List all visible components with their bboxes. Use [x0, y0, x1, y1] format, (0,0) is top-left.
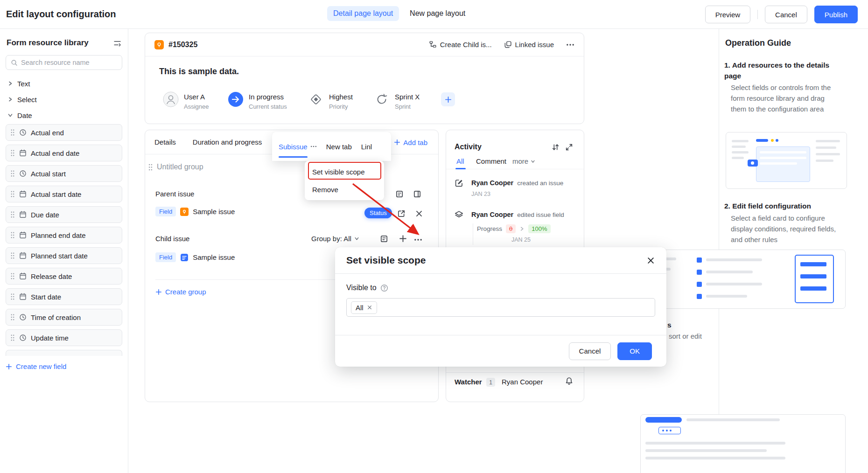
- scope-tag: All: [351, 301, 377, 314]
- watcher-name[interactable]: Ryan Cooper: [502, 378, 543, 386]
- child-issue-field-row[interactable]: Field Sample issue: [155, 252, 235, 262]
- drag-handle-icon[interactable]: [10, 252, 15, 259]
- drag-handle-icon[interactable]: [10, 170, 15, 177]
- tree-group-date[interactable]: Date: [6, 107, 122, 123]
- guide-section-3-body-fragment: sort or edit: [669, 332, 702, 340]
- old-value: 0: [506, 224, 516, 233]
- active-tab-underline: [455, 168, 466, 169]
- priority-field[interactable]: HighestPriority: [308, 91, 353, 110]
- tab-new-page-layout[interactable]: New page layout: [404, 6, 471, 21]
- modal-cancel-button[interactable]: Cancel: [569, 342, 611, 360]
- field-card[interactable]: Release date: [6, 268, 122, 285]
- field-card[interactable]: Due date: [6, 206, 122, 223]
- remove-tag-icon[interactable]: [367, 305, 372, 310]
- drag-handle-icon[interactable]: [10, 334, 15, 341]
- search-box[interactable]: [6, 55, 122, 70]
- field-card[interactable]: Start date: [6, 288, 122, 305]
- user-name[interactable]: Ryan Cooper: [471, 179, 513, 187]
- field-card[interactable]: Actual end date: [6, 145, 122, 161]
- help-icon[interactable]: [380, 284, 388, 292]
- assignee-field[interactable]: User AAssignee: [163, 91, 209, 110]
- drag-handle-icon[interactable]: [10, 129, 15, 136]
- avatar: [163, 91, 179, 107]
- field-card[interactable]: Actual start date: [6, 186, 122, 202]
- create-child-issue-button[interactable]: Create Child is...: [429, 41, 492, 49]
- status-pill[interactable]: Status: [364, 208, 392, 218]
- guide-illustration-2: [640, 250, 846, 309]
- issue-title: Sample issue: [193, 253, 235, 261]
- search-input[interactable]: [21, 59, 117, 66]
- issue-card-header: #150325 Create Child is... Linked issue: [145, 33, 584, 56]
- guide-section-1-heading: 1. Add resources to the details page: [724, 60, 845, 81]
- field-card[interactable]: Actual end: [6, 124, 122, 141]
- plus-icon: [155, 289, 162, 295]
- open-external-icon[interactable]: [397, 209, 406, 218]
- modal-ok-button[interactable]: OK: [617, 342, 652, 360]
- drag-handle-icon[interactable]: [10, 149, 15, 157]
- field-card[interactable]: Actual start: [6, 165, 122, 182]
- menu-item-set-visible-scope[interactable]: Set visible scope: [305, 163, 384, 181]
- drag-handle-icon[interactable]: [10, 211, 15, 218]
- field-card-partial[interactable]: [6, 350, 122, 356]
- group-by-dropdown[interactable]: Group by: All: [311, 235, 359, 243]
- add-tab-button[interactable]: Add tab: [394, 130, 427, 154]
- tab-more-icon[interactable]: [310, 143, 317, 150]
- create-group-button[interactable]: Create group: [155, 288, 206, 296]
- field-card[interactable]: Update time: [6, 329, 122, 346]
- field-card[interactable]: Time of creation: [6, 309, 122, 326]
- menu-item-remove[interactable]: Remove: [305, 181, 384, 198]
- parent-issue-field-row[interactable]: Field Sample issue: [155, 207, 235, 216]
- sprint-field[interactable]: Sprint XSprint: [374, 91, 420, 110]
- insert-template-icon[interactable]: [380, 235, 388, 243]
- field-card[interactable]: Planned end date: [6, 227, 122, 243]
- bell-icon[interactable]: [565, 376, 574, 385]
- changed-field-name: Progress: [477, 225, 502, 232]
- tab-more-dropdown[interactable]: more: [512, 157, 535, 165]
- activity-item: Ryan Cooper edited issue field: [471, 211, 564, 218]
- tree-group-select[interactable]: Select: [6, 91, 122, 107]
- clock-icon: [19, 170, 27, 177]
- tab-link[interactable]: Linl: [361, 143, 372, 151]
- modal-title: Set visible scope: [346, 255, 426, 266]
- more-icon[interactable]: [566, 41, 574, 49]
- guide-section-3-heading-fragment: s: [667, 321, 672, 329]
- layout-panel-icon[interactable]: [413, 190, 421, 198]
- tab-comment[interactable]: Comment: [476, 157, 506, 165]
- linked-issue-button[interactable]: Linked issue: [504, 41, 554, 49]
- publish-button[interactable]: Publish: [814, 6, 858, 23]
- remove-icon[interactable]: [415, 209, 423, 218]
- drag-handle-icon[interactable]: [10, 313, 15, 321]
- close-icon[interactable]: [646, 256, 655, 265]
- tab-all[interactable]: All: [456, 157, 464, 165]
- new-value: 100%: [528, 224, 550, 233]
- tab-duration-and-progress[interactable]: Duration and progress: [193, 138, 262, 146]
- drag-handle-icon[interactable]: [10, 190, 15, 198]
- page-title: Edit layout configuration: [6, 9, 116, 20]
- preview-button[interactable]: Preview: [705, 6, 750, 23]
- insert-template-icon[interactable]: [395, 190, 404, 198]
- user-name[interactable]: Ryan Cooper: [471, 211, 513, 218]
- chevron-right-icon: [519, 226, 525, 231]
- add-field-button[interactable]: [441, 92, 455, 106]
- field-card[interactable]: Planned start date: [6, 247, 122, 264]
- drag-handle-icon[interactable]: [148, 163, 153, 171]
- field-chip: Field: [155, 207, 176, 216]
- chevron-right-icon: [7, 81, 13, 86]
- drag-handle-icon[interactable]: [10, 293, 15, 300]
- drag-handle-icon[interactable]: [10, 272, 15, 280]
- tab-subissue[interactable]: Subissue: [279, 143, 317, 151]
- current-status-field[interactable]: In progressCurrent status: [228, 91, 287, 110]
- drag-handle-icon[interactable]: [10, 231, 15, 239]
- tree-group-text[interactable]: Text: [6, 76, 122, 91]
- cancel-button[interactable]: Cancel: [765, 6, 807, 23]
- collapse-library-icon[interactable]: [113, 39, 121, 47]
- layout-tabs: Detail page layout New page layout: [327, 6, 471, 21]
- visible-to-input[interactable]: All: [346, 298, 655, 317]
- more-icon[interactable]: [414, 236, 422, 244]
- add-icon[interactable]: [399, 235, 407, 243]
- create-new-field-button[interactable]: Create new field: [6, 362, 122, 370]
- tab-detail-page-layout[interactable]: Detail page layout: [327, 6, 399, 21]
- tab-new-tab[interactable]: New tab: [326, 143, 352, 151]
- tab-details[interactable]: Details: [154, 138, 176, 146]
- watcher-label: Watcher: [455, 378, 482, 386]
